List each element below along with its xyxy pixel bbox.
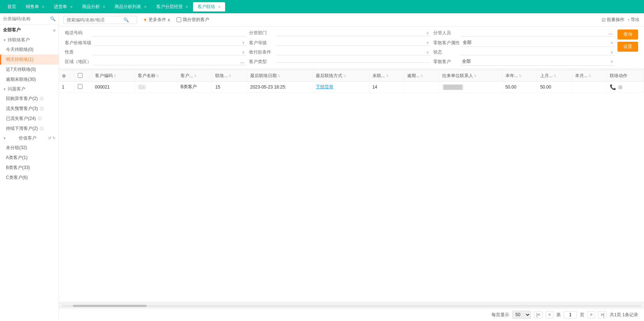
value-group-icons: ↺ ✎ <box>48 136 56 141</box>
nav-purchase[interactable]: 进货单 × <box>49 2 77 11</box>
settings-button[interactable]: 设置 <box>617 42 638 52</box>
nature-select[interactable]: ∨ <box>92 49 246 55</box>
sidebar-all-customers[interactable]: 全部客户 « <box>0 25 59 35</box>
select-all-checkbox[interactable] <box>78 73 83 78</box>
sidebar-item-tomorrow-pending[interactable]: 明天待联络(1) <box>0 55 59 65</box>
my-customers-checkbox[interactable] <box>176 17 181 22</box>
row-select-checkbox[interactable] <box>78 84 83 89</box>
sort-icon[interactable]: ⇅ <box>519 74 522 78</box>
nav-customer-layer[interactable]: 客户分层经营 × <box>152 2 192 11</box>
search-input[interactable] <box>67 17 122 23</box>
row-last-contact-method[interactable]: 下销货单 <box>313 82 369 93</box>
retail-customer-select[interactable]: 全部 ∨ <box>461 58 615 66</box>
filter-row-2: 客户价格等级 ∨ 客户等级 ∨ <box>65 39 615 47</box>
my-customers-checkbox-label[interactable]: 我分管的客户 <box>176 17 209 23</box>
search-icon[interactable]: 🔍 <box>123 17 129 23</box>
sidebar-item-today-pending[interactable]: 今天待联络(0) <box>0 45 59 55</box>
sort-icon[interactable]: ⇅ <box>113 74 116 78</box>
query-button[interactable]: 查询 <box>617 30 638 39</box>
col-last-month: 上月...⇅ <box>537 70 572 82</box>
contact-method-link[interactable]: 下销货单 <box>316 84 333 89</box>
region-select[interactable]: … <box>93 58 246 65</box>
sort-icon[interactable]: ⇅ <box>553 74 556 78</box>
nav-product-list[interactable]: 商品分析列表 × <box>110 2 151 11</box>
scroll-track[interactable] <box>62 305 641 307</box>
sidebar-item-a-type[interactable]: A类客户(1) <box>0 153 59 163</box>
sidebar: 🔍 全部客户 « 待联络客户 今天待联络(0) 明天待联络(1) 近7天待联络(… <box>0 13 59 321</box>
settings-icon[interactable]: ⚙ <box>62 73 66 79</box>
prev-page-button[interactable]: < <box>546 311 553 318</box>
sidebar-item-declining[interactable]: 持续下滑客户(2) ⓘ <box>0 124 59 134</box>
row-checkbox[interactable] <box>75 82 92 93</box>
col-this-month: 本月...⇅ <box>572 70 607 82</box>
row-last-month: 50.00 <box>537 82 572 93</box>
first-page-button[interactable]: |< <box>534 311 543 318</box>
retail-attr-select[interactable]: 全部 ∨ <box>461 39 615 47</box>
col-checkbox[interactable] <box>75 70 92 82</box>
table-footer: 每页显示 50 100 |< < 第 页 > >| 共1页 1条记录 <box>59 308 644 321</box>
batch-action-button[interactable]: ☑ 批量操作 <box>602 17 624 23</box>
nav-sales[interactable]: 销售单 × <box>21 2 49 11</box>
close-icon[interactable]: × <box>186 4 188 9</box>
sidebar-value-group[interactable]: 价值客户 ↺ ✎ <box>0 134 59 143</box>
sort-icon[interactable]: ⇅ <box>228 74 231 78</box>
sort-icon[interactable]: ⇅ <box>420 74 423 78</box>
info-icon: ⓘ <box>40 127 43 131</box>
search-icon[interactable]: 🔍 <box>50 16 56 21</box>
horizontal-scrollbar[interactable] <box>59 303 644 308</box>
sort-icon[interactable]: ⇅ <box>588 74 591 78</box>
sort-icon[interactable]: ⇅ <box>474 74 477 78</box>
payment-select[interactable]: ∨ <box>276 49 430 55</box>
col-settings[interactable]: ⚙ <box>59 70 75 82</box>
close-icon[interactable]: × <box>218 4 220 9</box>
col-not-contacted: 未联...⇅ <box>369 70 404 82</box>
export-button[interactable]: ↑ 导出 <box>627 17 640 23</box>
nav-home[interactable]: 首页 <box>3 2 21 11</box>
sort-icon[interactable]: ⇅ <box>194 74 197 78</box>
phone-input[interactable] <box>92 30 246 37</box>
next-page-button[interactable]: > <box>587 311 595 318</box>
info-icon: ⓘ <box>40 107 43 111</box>
status-select[interactable]: ∨ <box>461 49 615 55</box>
sidebar-item-b-type[interactable]: B类客户(33) <box>0 163 59 173</box>
row-last-contact-date: 2023-05-23 18:25: <box>247 82 312 93</box>
sidebar-item-ungrouped[interactable]: 未分组(32) <box>0 143 59 153</box>
filter-retail-customer-field: 零散客户 全部 ∨ <box>433 58 615 66</box>
per-page-select[interactable]: 50 100 <box>512 311 531 319</box>
sidebar-item-7day-pending[interactable]: 近7天待联络(0) <box>0 65 59 75</box>
filter-status-field: 状态 ∨ <box>433 49 615 55</box>
more-filter-button[interactable]: ▼ 更多条件 ∧ <box>140 15 174 24</box>
close-icon[interactable]: × <box>103 4 105 9</box>
customer-type-select[interactable] <box>276 61 430 63</box>
sidebar-search-input[interactable] <box>3 16 49 21</box>
sidebar-item-overdue-pending[interactable]: 逾期未联络(30) <box>0 75 59 84</box>
grid-action-icon[interactable]: ⊞ <box>618 84 623 90</box>
dept-select[interactable]: ∨ <box>276 30 430 36</box>
customer-grade-select[interactable]: ∨ <box>276 40 430 46</box>
sidebar-problem-group[interactable]: 问题客户 <box>0 84 59 94</box>
manager-select[interactable]: … <box>461 30 615 37</box>
filter-region-field: 区域（地区） … <box>65 58 246 65</box>
sort-icon[interactable]: ⇅ <box>277 74 280 78</box>
sidebar-pending-group[interactable]: 待联络客户 <box>0 35 59 45</box>
search-input-wrap[interactable]: 🔍 <box>63 16 137 24</box>
nav-product-analysis[interactable]: 商品分析 × <box>78 2 109 11</box>
sort-icon[interactable]: ⇅ <box>386 74 389 78</box>
price-grade-select[interactable]: ∨ <box>93 40 246 46</box>
close-icon[interactable]: × <box>144 4 146 9</box>
nav-customer-contact[interactable]: 客户联络 × <box>193 2 225 11</box>
sidebar-item-churn-warning[interactable]: 流失预警客户(3) ⓘ <box>0 104 59 114</box>
sort-icon[interactable]: ⇅ <box>343 74 346 78</box>
last-page-button[interactable]: >| <box>598 311 607 318</box>
sidebar-item-repurchase-abnormal[interactable]: 回购异常客户(2) ⓘ <box>0 94 59 104</box>
col-contact-count: 联络...⇅ <box>212 70 247 82</box>
phone-action-icon[interactable]: 📞 <box>610 84 616 90</box>
sidebar-item-c-type[interactable]: C类客户(6) <box>0 173 59 183</box>
scroll-thumb[interactable] <box>73 305 147 307</box>
page-number-input[interactable] <box>564 311 577 318</box>
chevron-up-icon: ∧ <box>167 17 171 23</box>
close-icon[interactable]: × <box>70 4 72 9</box>
sort-icon[interactable]: ⇅ <box>156 74 159 78</box>
sidebar-item-churned[interactable]: 已流失客户(24) ⓘ <box>0 114 59 124</box>
close-icon[interactable]: × <box>42 4 44 9</box>
